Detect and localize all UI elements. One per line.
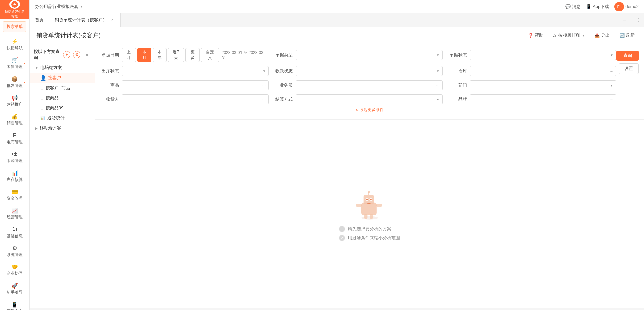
left-panel-header: 按以下方案查询 + ⚙ « [30,47,95,63]
marketing-icon: 📢 [11,94,18,101]
app-logo[interactable]: 畅捷通好生意 标版 [0,0,29,19]
top-header: 办公用品行业模拟账套 ▼ 💬 消息 📱 App下载 Ea demo2 [30,0,644,13]
tree-item-return-stats[interactable]: 📊 退货统计 [30,113,95,123]
date-btn-more[interactable]: 更多 [185,48,200,62]
tip-num-2: 2 [339,235,345,241]
empty-tip-1: 1 请先选择要分析的方案 [339,226,400,232]
user-menu[interactable]: Ea demo2 [614,2,639,11]
edit-scheme-btn[interactable]: ⚙ [73,51,80,58]
message-label: 消息 [572,4,581,10]
page-title: 销货单统计计表(按客户) [36,31,101,39]
date-btn-custom[interactable]: 自定义 [201,48,219,62]
filter-row-3: 商品 ··· 业务员 [100,80,616,90]
tree-item-mobile[interactable]: ▶ 移动端方案 [30,123,95,133]
tab-minimize-btn[interactable]: ─ [620,15,629,25]
filter-collect-status: 收款状态 ▼ [274,66,442,76]
receiver-input[interactable]: ··· [122,94,269,104]
tree-item-by-product[interactable]: ⊞ 按商品 [30,93,95,103]
wholesale-icon: 📦 [11,75,18,82]
order-status-input[interactable]: ▼ [470,50,616,60]
empty-tip-2: 2 用过滤条件来缩小分析范围 [339,235,400,241]
sidebar-item-guide[interactable]: 🚀 新手引导 [1,279,28,298]
date-btn-last-month[interactable]: 上月 [122,48,136,62]
out-status-arrow: ▼ [262,69,266,73]
product-input[interactable]: ··· [122,80,269,90]
tab-maximize-btn[interactable]: ⛶ [632,15,641,25]
tab-sales-stats[interactable]: 销货单统计计表（按客户） × [49,13,121,27]
sidebar-item-inventory-label: 库存核算 [7,177,23,183]
department-arrow: ▼ [610,84,613,87]
refresh-btn[interactable]: 🔄 刷新 [616,31,637,40]
brand-input[interactable]: ··· [470,94,616,104]
collect-status-input[interactable]: ▼ [296,66,442,76]
export-btn[interactable]: 📤 导出 [592,31,612,40]
tree-item-desktop[interactable]: ▼ 电脑端方案 [30,63,95,73]
message-btn[interactable]: 💬 消息 [565,4,581,10]
sidebar-item-purchase[interactable]: 🛍 采购管理 [1,148,28,166]
sidebar-item-apps[interactable]: 📱 应用中心 [1,298,28,310]
export-icon: 📤 [594,33,600,38]
app-subtitle: 标版 [11,14,18,19]
warehouse-dots: ··· [610,69,613,74]
sidebar-item-ecommerce[interactable]: 🖥 电商管理 [1,129,28,148]
sidebar-item-ecommerce-label: 电商管理 [7,139,23,145]
dropdown-arrow-icon: ▼ [80,5,83,8]
collapse-panel-btn[interactable]: « [83,51,91,58]
empty-illustration [353,187,386,221]
filter-order-status: 单据状态 ▼ [448,50,616,60]
filter-out-status: 出库状态 ▼ [100,66,269,76]
brand-dots: ··· [610,97,613,102]
sidebar-item-sales[interactable]: 💰 销售管理 [1,110,28,129]
svg-rect-3 [363,195,374,204]
settlement-input[interactable]: ▼ [296,94,442,104]
sidebar-item-enterprise[interactable]: 🤝 企业协同 [1,261,28,279]
sidebar-item-marketing[interactable]: 📢 营销推广 [1,92,28,110]
tab-bar: 首页 销货单统计计表（按客户） × ─ ⛶ [30,13,644,27]
empty-tips: 1 请先选择要分析的方案 2 用过滤条件来缩小分析范围 [339,226,400,241]
sidebar-item-system[interactable]: ⚙ 系统管理 [1,242,28,260]
date-btn-this-month[interactable]: 本月 [137,48,151,62]
tip-text-2: 用过滤条件来缩小分析范围 [348,235,400,241]
sidebar-item-finance[interactable]: 💳 资金管理 [1,186,28,204]
tree-item-by-product99[interactable]: ⊞ 按商品99 [30,103,95,113]
print-btn[interactable]: 🖨 按模板打印 ▼ [550,31,588,40]
page-header-actions: ❓ 帮助 🖨 按模板打印 ▼ 📤 导出 🔄 刷新 [525,31,637,40]
salesperson-input[interactable]: ··· [296,80,442,90]
tab-home-label: 首页 [35,17,44,23]
date-btn-this-year[interactable]: 本年 [153,48,167,62]
date-btn-7days[interactable]: 近7天 [168,48,184,62]
sidebar-item-operation[interactable]: 📈 经营管理 [1,204,28,223]
sidebar-item-quicknav[interactable]: ⚡ 快捷导航 [1,35,28,54]
svg-point-6 [366,199,368,200]
left-panel-icons: + ⚙ « [63,51,91,58]
purchase-icon: 🛍 [11,151,18,157]
return-stats-icon: 📊 [40,116,45,120]
help-btn[interactable]: ❓ 帮助 [525,31,546,40]
settlement-label: 结算方式 [274,96,293,102]
warehouse-input[interactable]: ··· [470,66,616,76]
tab-close-button[interactable]: × [110,17,115,23]
search-menu-button[interactable]: 搜索菜单 [3,21,26,32]
filter-order-type: 单据类型 ▼ [274,50,442,60]
sidebar-item-inventory[interactable]: 📊 库存核算 [1,167,28,185]
salesperson-dots: ··· [436,83,440,88]
app-download-btn[interactable]: 📱 App下载 [586,4,609,10]
tree-item-by-customer[interactable]: 👤 按客户 [30,73,95,83]
filter-row-1: 单据日期 上月 本月 本年 近7天 更多 自定义 [100,48,616,62]
settings-btn[interactable]: 设置 [619,63,639,74]
out-status-input[interactable]: ▼ [122,66,269,76]
sidebar-item-wholesale[interactable]: 📦 批发管理 [1,73,28,91]
tree-item-by-customer-product-label: 按客户+商品 [46,85,70,91]
user-label: demo2 [625,4,639,9]
sidebar-item-base[interactable]: 🗂 基础信息 [1,223,28,242]
collapse-bar[interactable]: ∧ 收起更多条件 [100,104,639,115]
tree-item-by-customer-product[interactable]: ⊞ 按客户+商品 [30,83,95,93]
tab-home[interactable]: 首页 [30,13,49,27]
print-label: 按模板打印 [558,32,580,38]
sidebar-item-retail[interactable]: 🛒 零售管理 [1,54,28,72]
add-scheme-btn[interactable]: + [63,51,70,58]
query-btn[interactable]: 查询 [616,51,639,61]
order-type-input[interactable]: ▼ [296,50,442,60]
department-input[interactable]: ▼ [470,80,616,90]
industry-selector[interactable]: 办公用品行业模拟账套 ▼ [35,4,83,10]
